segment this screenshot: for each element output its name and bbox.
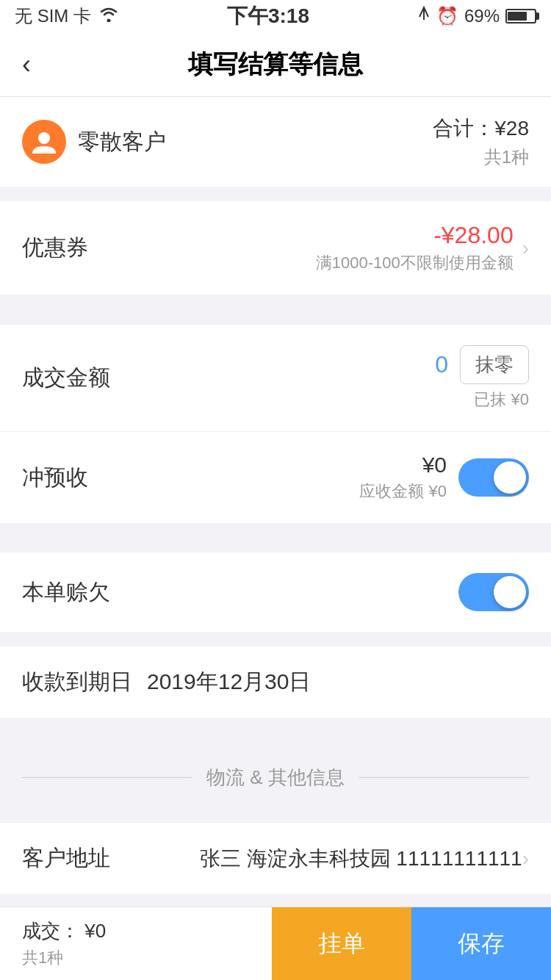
divider-3: [0, 732, 551, 747]
coupon-section[interactable]: 优惠券 -¥28.00 满1000-100不限制使用金额 ›: [0, 201, 551, 295]
transaction-amount[interactable]: 0: [435, 351, 448, 378]
battery-icon: [505, 9, 536, 24]
page-title: 填写结算等信息: [188, 48, 363, 82]
coupon-discount: -¥28.00 满1000-100不限制使用金额: [316, 222, 514, 274]
credit-row: 本单赊欠: [0, 552, 551, 632]
customer-info: 零散客户: [22, 120, 166, 164]
location-icon: [417, 6, 431, 26]
svg-point-0: [107, 19, 111, 23]
hold-button[interactable]: 挂单: [272, 907, 411, 980]
due-date-value[interactable]: 2019年12月30日: [147, 667, 311, 697]
receivable-label: 应收金额 ¥0: [359, 480, 447, 502]
credit-section: 本单赊欠: [0, 552, 551, 632]
due-date-section: 收款到期日 2019年12月30日: [0, 646, 551, 718]
prepay-row: 冲预收 ¥0 应收金额 ¥0: [0, 432, 551, 523]
round-off-button[interactable]: 抹零: [460, 345, 529, 384]
back-button[interactable]: ‹: [22, 49, 31, 80]
transaction-label: 成交金额: [22, 363, 110, 393]
credit-toggle-knob: [494, 576, 526, 608]
status-bar: 无 SIM 卡 下午3:18 ⏰ 69%: [0, 0, 551, 32]
coupon-chevron-icon: ›: [522, 237, 529, 260]
battery-percent: 69%: [464, 6, 500, 26]
transaction-row: 成交金额 0 抹零 已抹 ¥0: [0, 325, 551, 432]
credit-label: 本单赊欠: [22, 577, 110, 608]
address-row[interactable]: 客户地址 张三 海淀永丰科技园 11111111111 ›: [0, 823, 551, 894]
prepay-value-area: ¥0 应收金额 ¥0: [359, 453, 529, 502]
nav-bar: ‹ 填写结算等信息: [0, 32, 551, 97]
prepay-toggle[interactable]: [458, 458, 529, 497]
avatar: [22, 120, 66, 164]
credit-toggle[interactable]: [458, 573, 529, 611]
due-date-label: 收款到期日: [22, 667, 132, 697]
already-deducted: 已抹 ¥0: [474, 389, 529, 411]
address-label: 客户地址: [22, 843, 110, 873]
form-section: 成交金额 0 抹零 已抹 ¥0 冲预收 ¥0 应收金额 ¥0: [0, 325, 551, 523]
bottom-summary-bottom: 共1种: [22, 947, 250, 969]
customer-name: 零散客户: [78, 127, 166, 157]
divider-1: [0, 310, 551, 325]
total-count: 共1种: [433, 145, 529, 169]
divider-2: [0, 538, 551, 552]
toggle-knob: [494, 461, 526, 494]
status-time: 下午3:18: [227, 2, 309, 30]
bottom-summary-top: 成交： ¥0: [22, 918, 250, 944]
transaction-value-area: 0 抹零: [435, 345, 529, 384]
bottom-bar: 成交： ¥0 共1种 挂单 保存: [0, 907, 551, 980]
bottom-summary: 成交： ¥0 共1种: [0, 907, 272, 980]
address-value: 张三 海淀永丰科技园 11111111111: [125, 845, 522, 873]
customer-total: 合计：¥28 共1种: [433, 115, 529, 169]
save-button[interactable]: 保存: [411, 907, 551, 980]
coupon-right: -¥28.00 满1000-100不限制使用金额 ›: [316, 222, 529, 274]
discount-desc: 满1000-100不限制使用金额: [316, 252, 514, 274]
status-right: ⏰ 69%: [417, 6, 536, 26]
address-chevron-icon: ›: [522, 847, 529, 871]
logistics-text: 物流 & 其他信息: [206, 765, 345, 790]
coupon-label: 优惠券: [22, 233, 88, 263]
prepay-label: 冲预收: [22, 463, 88, 493]
logistics-divider: 物流 & 其他信息: [0, 747, 551, 808]
status-left: 无 SIM 卡: [15, 4, 119, 28]
svg-point-2: [38, 132, 50, 144]
prepay-amount: ¥0: [359, 453, 447, 478]
carrier-label: 无 SIM 卡: [15, 4, 91, 28]
total-amount: 合计：¥28: [433, 115, 529, 143]
alarm-icon: ⏰: [436, 6, 458, 26]
wifi-icon: [98, 6, 119, 26]
discount-amount: -¥28.00: [316, 222, 514, 249]
customer-section: 零散客户 合计：¥28 共1种: [0, 97, 551, 187]
address-section: 客户地址 张三 海淀永丰科技园 11111111111 ›: [0, 823, 551, 894]
prepay-amount-col: ¥0 应收金额 ¥0: [359, 453, 447, 502]
